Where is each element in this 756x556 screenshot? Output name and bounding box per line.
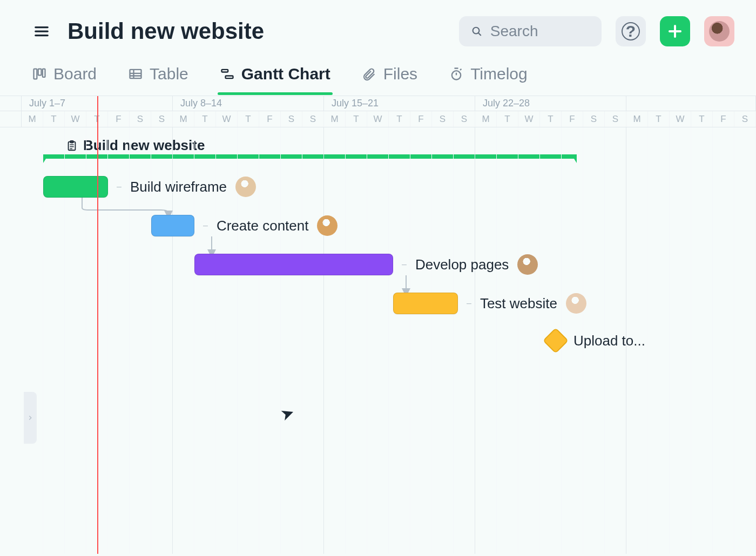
stopwatch-icon <box>449 66 464 82</box>
week-label <box>626 96 756 111</box>
day-label: T <box>540 111 562 127</box>
day-label: M <box>173 111 194 127</box>
day-label: M <box>475 111 497 127</box>
day-label: W <box>216 111 238 127</box>
tab-label: Board <box>53 65 97 83</box>
day-label: S <box>432 111 454 127</box>
task-bar[interactable] <box>194 254 393 275</box>
day-label: T <box>648 111 670 127</box>
day-label: T <box>497 111 518 127</box>
tab-label: Table <box>150 65 188 83</box>
day-label: T <box>194 111 216 127</box>
svg-rect-1 <box>34 69 37 79</box>
svg-rect-3 <box>43 69 45 77</box>
svg-rect-2 <box>38 69 42 76</box>
task-label: Develop pages <box>415 256 509 273</box>
add-button[interactable] <box>660 16 690 46</box>
search-input[interactable] <box>490 23 590 40</box>
tab-timelog[interactable]: Timelog <box>447 62 530 95</box>
task-row[interactable]: –Develop pages <box>194 254 538 275</box>
milestone-diamond[interactable] <box>543 328 569 354</box>
view-tabs: Board Table Gantt Chart Files Timelog <box>0 56 756 96</box>
search-icon <box>471 24 483 38</box>
day-label: T <box>691 111 713 127</box>
svg-point-7 <box>452 71 461 79</box>
day-label: S <box>151 111 173 127</box>
day-label: T <box>389 111 410 127</box>
task-label: Build wireframe <box>130 179 227 195</box>
week-label: July 8–14 <box>173 96 324 111</box>
task-row[interactable]: –Create content <box>151 215 338 236</box>
page-title: Build new website <box>68 18 264 44</box>
tab-label: Files <box>383 65 417 83</box>
hamburger-icon <box>33 23 50 39</box>
board-icon <box>32 66 47 82</box>
task-row[interactable]: –Build wireframe <box>43 176 256 198</box>
plus-icon <box>667 23 683 39</box>
tab-gantt[interactable]: Gantt Chart <box>218 62 333 95</box>
task-label: Create content <box>217 218 309 234</box>
help-button[interactable]: ? <box>616 16 646 46</box>
task-label: Test website <box>480 295 557 312</box>
help-icon: ? <box>622 22 640 40</box>
week-label: July 22–28 <box>475 96 626 111</box>
today-indicator <box>97 96 98 127</box>
user-avatar[interactable] <box>704 16 734 46</box>
task-bar[interactable] <box>393 293 458 314</box>
day-label: S <box>583 111 605 127</box>
day-label: S <box>454 111 475 127</box>
task-bar[interactable] <box>43 176 108 198</box>
day-label: S <box>302 111 324 127</box>
tab-label: Timelog <box>470 65 528 83</box>
assignee-avatar[interactable] <box>317 215 338 236</box>
day-label: W <box>65 111 86 127</box>
day-label: T <box>346 111 367 127</box>
day-label: W <box>670 111 691 127</box>
gantt-icon <box>220 66 235 82</box>
tab-board[interactable]: Board <box>30 62 99 95</box>
tab-table[interactable]: Table <box>126 62 191 95</box>
day-label: S <box>281 111 302 127</box>
header: Build new website ? <box>0 0 756 56</box>
day-label: W <box>367 111 389 127</box>
day-label: F <box>259 111 281 127</box>
day-label: T <box>238 111 259 127</box>
paperclip-icon <box>362 66 377 82</box>
svg-rect-5 <box>221 70 228 72</box>
milestone[interactable]: Upload to... <box>546 331 645 350</box>
day-label: M <box>626 111 648 127</box>
avatar-image <box>709 21 730 42</box>
task-bar[interactable] <box>151 215 194 236</box>
day-label: T <box>43 111 65 127</box>
menu-button[interactable] <box>30 19 53 43</box>
day-label: S <box>734 111 756 127</box>
tab-files[interactable]: Files <box>360 62 420 95</box>
timeline-days: MTWTFSSMTWTFSSMTWTFSSMTWTFSSMTWTFS <box>0 111 756 127</box>
assignee-avatar[interactable] <box>566 293 586 314</box>
day-label: F <box>562 111 583 127</box>
day-label: F <box>713 111 734 127</box>
assignee-avatar[interactable] <box>235 177 256 197</box>
svg-rect-6 <box>225 76 233 79</box>
table-icon <box>128 66 143 82</box>
milestone-label: Upload to... <box>573 333 645 349</box>
week-label: July 15–21 <box>324 96 475 111</box>
tab-label: Gantt Chart <box>241 65 330 83</box>
gantt-body: Build new website ➤ –Build wireframe–Cre… <box>0 127 756 554</box>
search-box[interactable] <box>459 16 602 46</box>
timeline-weeks: July 1–7July 8–14July 15–21July 22–28 <box>0 96 756 111</box>
day-label: M <box>324 111 346 127</box>
today-indicator <box>97 127 98 554</box>
day-label: S <box>130 111 151 127</box>
day-label: M <box>22 111 43 127</box>
day-label: F <box>410 111 432 127</box>
gantt-timeline: July 1–7July 8–14July 15–21July 22–28 MT… <box>0 96 756 554</box>
day-label: S <box>605 111 626 127</box>
assignee-avatar[interactable] <box>517 254 538 275</box>
day-label: W <box>518 111 540 127</box>
task-row[interactable]: –Test website <box>393 293 586 314</box>
day-label: F <box>108 111 130 127</box>
